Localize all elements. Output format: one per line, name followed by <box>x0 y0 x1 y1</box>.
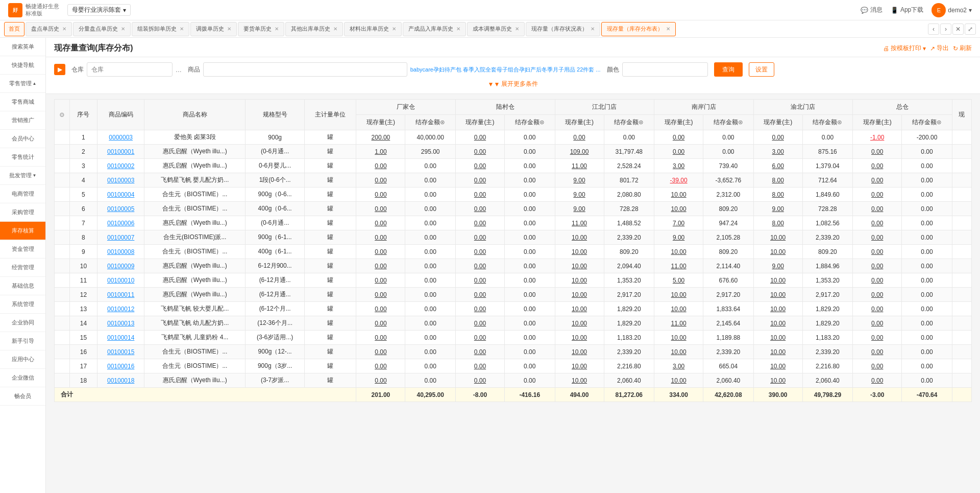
message-btn[interactable]: 💬 消息 <box>861 6 883 14</box>
sidebar-item-retail-stats[interactable]: 零售统计 <box>0 148 45 167</box>
td-yb-amt: 712.64 <box>802 173 853 187</box>
product-input[interactable] <box>203 62 407 77</box>
td-na-qty: 3.00 <box>654 359 703 373</box>
tab-close-sub-count[interactable]: ✕ <box>121 26 125 32</box>
td-total-amt: 0.00 <box>902 159 952 173</box>
sidebar-item-guide[interactable]: 新手引导 <box>0 332 45 350</box>
sidebar-item-collab[interactable]: 企业协同 <box>0 314 45 332</box>
tab-close-transfer[interactable]: ✕ <box>227 26 231 32</box>
tab-close-other-out[interactable]: ✕ <box>333 26 337 32</box>
table-row: 14 00100013 飞鹤星飞帆 幼儿配方奶... (12-36个月... 罐… <box>55 316 972 331</box>
td-name: 合生元（BIOSTIME）... <box>144 359 246 373</box>
export-btn[interactable]: ↗ 导出 <box>930 44 949 53</box>
tab-transfer[interactable]: 调拨单历史 ✕ <box>190 22 237 36</box>
th-na-amt: 结存金额⊙ <box>703 115 754 130</box>
tab-close-all-btn[interactable]: ✕ <box>952 24 964 35</box>
sidebar-item-wholesale[interactable]: 批发管理 ▼ <box>0 167 45 185</box>
warehouse-input[interactable] <box>87 62 173 77</box>
sidebar-item-retail[interactable]: 零售管理 ▲ <box>0 75 45 93</box>
td-no: 4 <box>70 173 97 187</box>
td-jb-qty: 10.00 <box>555 331 604 345</box>
tab-next-btn[interactable]: › <box>940 24 951 35</box>
user-menu[interactable]: E demo2 ▾ <box>932 3 972 17</box>
td-name: 惠氏启醒（Wyeth illu...) <box>144 288 246 302</box>
tab-close-current-status[interactable]: ✕ <box>591 26 595 32</box>
tab-product-in[interactable]: 产成品入库单历史 ✕ <box>403 22 466 36</box>
tab-fullscreen-btn[interactable]: ⤢ <box>965 24 976 35</box>
sidebar-item-ecommerce[interactable]: 电商管理 <box>0 185 45 203</box>
print-btn[interactable]: 🖨 按模板打印 ▾ <box>883 44 926 53</box>
expand-conditions-btn[interactable]: ▼▼ 展开更多条件 <box>488 80 538 88</box>
refresh-btn[interactable]: ↻ 刷新 <box>953 44 972 53</box>
sidebar-item-finance[interactable]: 资金管理 <box>0 240 45 259</box>
sidebar-item-member2[interactable]: 畅会员 <box>0 387 45 406</box>
tab-other-out[interactable]: 其他出库单历史 ✕ <box>285 22 343 36</box>
summary-factory-qty: 201.00 <box>356 388 405 402</box>
tab-current-status[interactable]: 现存量（库存状况表） ✕ <box>526 22 600 36</box>
td-na-amt: 665.04 <box>703 359 754 373</box>
td-no: 11 <box>70 273 97 288</box>
table-row: 17 00100016 合生元（BIOSTIME）... 900g（3岁... … <box>55 359 972 373</box>
tab-close-inventory-count[interactable]: ✕ <box>62 26 66 32</box>
td-yb-amt: 728.28 <box>802 202 853 216</box>
sidebar-item-purchase[interactable]: 采购管理 <box>0 203 45 222</box>
sidebar-item-inventory[interactable]: 库存核算 <box>0 222 45 240</box>
color-input[interactable] <box>622 62 708 77</box>
search-btn[interactable]: 查询 <box>714 62 743 77</box>
sidebar-item-marketing[interactable]: 营销推广 <box>0 111 45 130</box>
td-total-amt: 0.00 <box>902 345 952 359</box>
sidebar-item-wecom[interactable]: 企业微信 <box>0 369 45 387</box>
td-total-amt: 0.00 <box>902 187 952 202</box>
sidebar-item-shortcut[interactable]: 快捷导航 <box>0 56 45 75</box>
tab-close-combo-dismantle[interactable]: ✕ <box>180 26 184 32</box>
message-icon: 💬 <box>861 7 868 14</box>
td-jb-qty: 10.00 <box>555 288 604 302</box>
summary-yb-amt: 49,798.29 <box>802 388 853 402</box>
td-lv-amt: 0.00 <box>504 302 555 316</box>
brand-selector[interactable]: 母婴行业演示陈套 ▾ <box>67 4 131 16</box>
setting-btn[interactable]: 设置 <box>749 62 774 77</box>
app-download-btn[interactable]: 📱 App下载 <box>891 6 923 14</box>
td-jb-qty: 10.00 <box>555 316 604 331</box>
tab-close-material-out[interactable]: ✕ <box>392 26 396 32</box>
td-current <box>952 373 971 388</box>
sidebar-item-appstore[interactable]: 应用中心 <box>0 350 45 369</box>
tab-current-dist[interactable]: 现存量（库存分布表） ✕ <box>601 22 676 36</box>
td-name: 惠氏启醒（Wyeth illu...) <box>144 273 246 288</box>
tab-material-out[interactable]: 材料出库单历史 ✕ <box>344 22 402 36</box>
td-current <box>952 230 971 245</box>
collapse-btn[interactable]: ▶ <box>54 64 65 75</box>
tab-close-requisition[interactable]: ✕ <box>275 26 279 32</box>
td-na-amt: 2,339.20 <box>703 345 754 359</box>
gear-icon[interactable]: ⚙ <box>59 111 65 119</box>
sidebar-item-search[interactable]: 搜索英单 <box>0 38 45 56</box>
tab-sub-count[interactable]: 分量盘点单历史 ✕ <box>73 22 131 36</box>
sidebar-item-system[interactable]: 系统管理 <box>0 295 45 314</box>
sidebar-item-retail-shop[interactable]: 零售商城 <box>0 93 45 111</box>
td-lv-qty: 0.00 <box>455 216 504 230</box>
tab-close-current-dist[interactable]: ✕ <box>666 26 670 32</box>
td-na-qty: 10.00 <box>654 202 703 216</box>
tab-inventory-count[interactable]: 盘点单历史 ✕ <box>26 22 72 36</box>
tab-home[interactable]: 首页 <box>4 22 24 36</box>
td-jb-qty: 10.00 <box>555 245 604 259</box>
td-yb-amt: 2,060.40 <box>802 373 853 388</box>
sidebar-item-ops[interactable]: 经营管理 <box>0 259 45 277</box>
tab-cost-adjust[interactable]: 成本调整单历史 ✕ <box>467 22 525 36</box>
tab-requisition[interactable]: 要货单历史 ✕ <box>238 22 284 36</box>
warehouse-more-btn[interactable]: ... <box>176 65 182 74</box>
td-factory-amt: 0.00 <box>405 245 456 259</box>
summary-current <box>952 388 971 402</box>
sidebar-item-member[interactable]: 会员中心 <box>0 130 45 148</box>
tab-close-cost-adjust[interactable]: ✕ <box>515 26 519 32</box>
sidebar-item-basic[interactable]: 基础信息 <box>0 277 45 295</box>
td-name: 合生元（BIOSTIME）... <box>144 345 246 359</box>
tab-prev-btn[interactable]: ‹ <box>928 24 939 35</box>
td-na-amt: 1,189.88 <box>703 331 754 345</box>
th-yubei: 渝北门店 <box>753 100 853 115</box>
td-na-qty: 11.00 <box>654 259 703 273</box>
tab-combo-dismantle[interactable]: 组装拆卸单历史 ✕ <box>132 22 189 36</box>
td-factory-amt: 40,000.00 <box>405 130 456 145</box>
td-yb-qty: 3.00 <box>753 145 802 159</box>
tab-close-product-in[interactable]: ✕ <box>456 26 460 32</box>
